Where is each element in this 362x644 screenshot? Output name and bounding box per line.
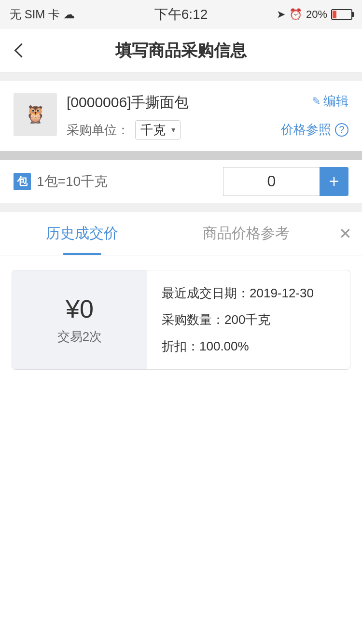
edit-icon: ✎: [312, 95, 320, 108]
tabs-section: 历史成交价 商品价格参考 ✕ ¥0 交易2次 最近成交日期：2019-12-30…: [0, 212, 362, 644]
quantity-unit-char: 包: [17, 174, 28, 189]
nav-bar: 填写商品采购信息: [0, 29, 362, 72]
back-button[interactable]: [12, 41, 31, 60]
recent-date-label: 最近成交日期：: [162, 286, 250, 300]
discount-label: 折扣：: [162, 339, 199, 353]
product-name: [0000006]手撕面包: [67, 93, 189, 112]
recent-date-value: 2019-12-30: [250, 286, 314, 300]
purchase-quantity-value: 200千克: [224, 312, 270, 327]
price-ref-label: 价格参照: [281, 121, 331, 138]
location-icon: ➤: [277, 8, 285, 21]
main-white-area: [0, 384, 362, 644]
tab-underline: [63, 253, 101, 255]
unit-label: 采购单位：: [67, 122, 129, 139]
status-right: ➤ ⏰ 20%: [277, 8, 352, 21]
price-amount: ¥0: [66, 294, 94, 323]
quantity-label: 包 1包=10千克: [14, 172, 108, 191]
divider-bar: [0, 151, 362, 160]
price-detail-discount: 折扣：100.00%: [162, 337, 335, 356]
status-left: 无 SIM 卡 ☁: [10, 7, 75, 22]
edit-label: 编辑: [323, 93, 348, 110]
edit-button[interactable]: ✎ 编辑: [312, 93, 348, 110]
price-detail-quantity: 采购数量：200千克: [162, 310, 335, 329]
product-unit-row: 采购单位： 千克 克 包: [67, 120, 189, 140]
product-image-icon: 🦉: [25, 104, 46, 125]
product-header: 🦉 [0000006]手撕面包 采购单位： 千克 克 包: [14, 93, 348, 140]
tab-history-price-label: 历史成交价: [46, 224, 118, 243]
price-currency: ¥: [66, 295, 80, 323]
quantity-unit-box: 包: [14, 173, 31, 190]
product-thumbnail: 🦉: [14, 93, 57, 136]
price-left: ¥0 交易2次: [12, 270, 147, 369]
product-right-col: ✎ 编辑 价格参照 ?: [281, 93, 348, 138]
tabs-header: 历史成交价 商品价格参考 ✕: [0, 212, 362, 255]
quantity-plus-button[interactable]: +: [320, 167, 348, 196]
price-detail-recent-date: 最近成交日期：2019-12-30: [162, 284, 335, 303]
discount-value: 100.00%: [199, 339, 249, 353]
alarm-icon: ⏰: [289, 8, 302, 21]
quantity-right: +: [223, 167, 348, 196]
quantity-section: 包 1包=10千克 +: [0, 160, 362, 203]
price-trade-count: 交易2次: [57, 328, 102, 345]
product-info: [0000006]手撕面包 采购单位： 千克 克 包: [67, 93, 189, 140]
tab-product-price-ref[interactable]: 商品价格参考: [164, 212, 328, 255]
price-right: 最近成交日期：2019-12-30 采购数量：200千克 折扣：100.00%: [147, 270, 350, 369]
product-left: 🦉 [0000006]手撕面包 采购单位： 千克 克 包: [14, 93, 189, 140]
tab-product-price-ref-label: 商品价格参考: [203, 224, 290, 243]
purchase-quantity-label: 采购数量：: [162, 312, 224, 327]
price-ref-help-icon[interactable]: ?: [335, 123, 348, 137]
status-bar: 无 SIM 卡 ☁ 下午6:12 ➤ ⏰ 20%: [0, 0, 362, 29]
battery-percent: 20%: [306, 8, 327, 21]
battery-icon: [331, 9, 352, 20]
price-ref-button[interactable]: 价格参照 ?: [281, 121, 348, 138]
tab-history-price[interactable]: 历史成交价: [0, 212, 164, 255]
quantity-conversion: 1包=10千克: [37, 172, 108, 191]
page-title: 填写商品采购信息: [115, 40, 247, 62]
price-value: 0: [80, 295, 94, 323]
price-card: ¥0 交易2次 最近成交日期：2019-12-30 采购数量：200千克 折扣：…: [12, 270, 350, 370]
tab-close-button[interactable]: ✕: [328, 217, 362, 251]
status-time: 下午6:12: [154, 5, 208, 24]
unit-select[interactable]: 千克 克 包: [135, 120, 181, 140]
unit-select-wrapper[interactable]: 千克 克 包: [135, 120, 181, 140]
quantity-input[interactable]: [223, 167, 320, 196]
product-section: 🦉 [0000006]手撕面包 采购单位： 千克 克 包: [0, 81, 362, 151]
